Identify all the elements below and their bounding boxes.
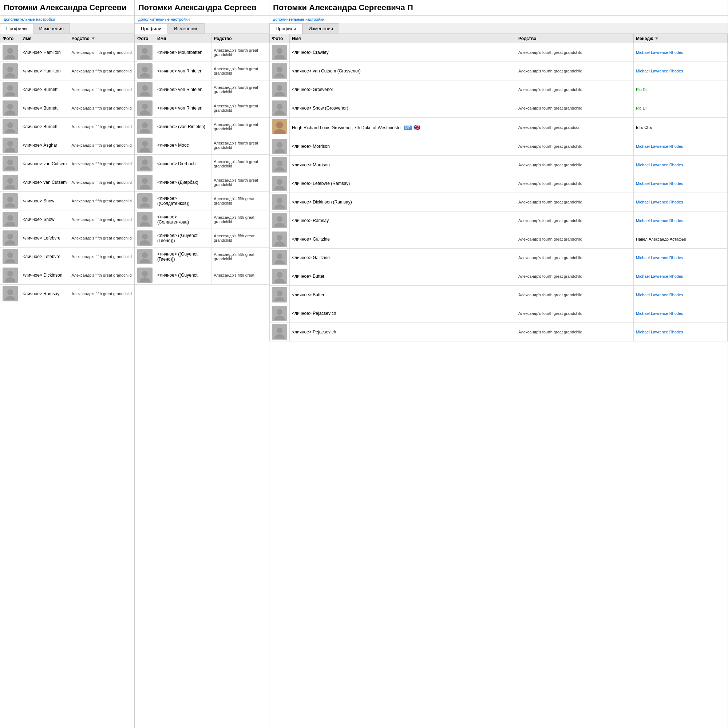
manager-cell[interactable]: Павел Александр Астафье [633,230,727,249]
name-cell[interactable]: <личное> von Rintelen [155,62,211,80]
manager-link[interactable]: Michael Lawrence Rhodes [636,181,683,186]
name-cell[interactable]: <личное> von Rintelen [155,99,211,118]
name-cell[interactable]: <личное> Galitzine [290,249,516,267]
table-row[interactable]: <личное> von Rintelen Александр's fourth… [135,99,269,118]
name-cell[interactable]: <личное> Snow [20,192,69,210]
manager-link[interactable]: Michael Lawrence Rhodes [636,144,683,148]
panel-3-col-relation[interactable]: Родство [516,34,634,43]
panel-1-col-name[interactable]: Имя [20,34,69,43]
table-row[interactable]: <личное> Crawley Александр's fourth grea… [270,43,728,62]
table-row[interactable]: <личное> van Cutsem Александр's fifth gr… [0,173,134,192]
name-cell[interactable]: <личное> ((Guyenot [155,266,211,284]
panel-2-col-name[interactable]: Имя [155,34,211,43]
table-row[interactable]: <личное> Pejacsevich Александр's fourth … [270,323,728,341]
name-cell[interactable]: <личное> Pejacsevich [290,304,516,323]
name-cell[interactable]: <личное> (Солдатенкова) [155,210,211,229]
table-row[interactable]: <личное> Burnett Александр's fifth great… [0,80,134,99]
name-cell[interactable]: <личное> ((Guyenot (Гиено))) [155,248,211,266]
manager-link[interactable]: Michael Lawrence Rhodes [636,274,683,278]
table-row[interactable]: <личное> (Солдатенкова) Александр's fift… [135,210,269,229]
manager-link[interactable]: Michael Lawrence Rhodes [636,163,683,167]
name-cell[interactable]: <личное> (Диербах) [155,173,211,192]
table-row[interactable]: <личное> Butter Александр's fourth great… [270,286,728,304]
table-row[interactable]: <личное> von Rintelen Александр's fourth… [135,80,269,99]
manager-cell[interactable]: Ric Di [633,80,727,99]
table-row[interactable]: <личное> ((Guyenot Александр's fifth gre… [135,266,269,284]
table-row[interactable]: <личное> Snow Александр's fifth great gr… [0,192,134,210]
panel-3-tab-changes[interactable]: Изменения [303,23,339,34]
manager-link[interactable]: Ellis Char [636,125,653,130]
table-row[interactable]: <личное> Pejacsevich Александр's fourth … [270,304,728,323]
manager-cell[interactable]: Michael Lawrence Rhodes [633,137,727,156]
name-cell[interactable]: <личное> Pejacsevich [290,323,516,341]
table-row[interactable]: <личное> van Cutsem Александр's fifth gr… [0,155,134,173]
table-row[interactable]: <личное> Asghar Александр's fifth great … [0,136,134,155]
panel-3-col-name[interactable]: Имя [290,34,516,43]
name-cell[interactable]: <личное> Ramsay [20,284,69,303]
manager-cell[interactable]: Michael Lawrence Rhodes [633,304,727,323]
panel-3-sub-settings[interactable]: дополнительные настройки [269,16,728,23]
name-cell[interactable]: <личное> Crawley [290,43,516,62]
table-row[interactable]: <личное> Burnett Александр's fifth great… [0,118,134,136]
manager-link[interactable]: Michael Lawrence Rhodes [636,293,683,297]
name-cell[interactable]: <личное> Dickinson [20,266,69,284]
table-row[interactable]: <личное> ((Guyenot (Гиено))) Александр's… [135,248,269,266]
table-row[interactable]: <личное> Grosvenor Александр's fourth gr… [270,80,728,99]
table-row[interactable]: <личное> Snow (Grosvenor) Александр's fo… [270,99,728,118]
table-row[interactable]: <личное> Dickinson (Ramsay) Александр's … [270,193,728,211]
name-cell[interactable]: <личное> Asghar [20,136,69,155]
name-cell[interactable]: <личное> Dickinson (Ramsay) [290,193,516,211]
name-cell[interactable]: <личное> van Cutsem [20,155,69,173]
manager-link[interactable]: Павел Александр Астафье [636,237,686,241]
name-cell[interactable]: <личное> Grosvenor [290,80,516,99]
manager-link[interactable]: Michael Lawrence Rhodes [636,69,683,73]
panel-2-tab-changes[interactable]: Изменения [168,23,205,34]
manager-link[interactable]: Michael Lawrence Rhodes [636,219,683,223]
name-cell[interactable]: <личное> Lefebvre (Ramsay) [290,174,516,193]
table-row[interactable]: <личное> Dickinson Александр's fifth gre… [0,266,134,284]
table-row[interactable]: <личное> ((Солдатенков)) Александр's fif… [135,192,269,210]
table-row[interactable]: <личное> Lefebvre (Ramsay) Александр's f… [270,174,728,193]
manager-cell[interactable]: Michael Lawrence Rhodes [633,267,727,286]
manager-link[interactable]: Michael Lawrence Rhodes [636,200,683,204]
name-cell[interactable]: <личное> Mountbatten [155,43,211,62]
manager-link[interactable]: Ric Di [636,106,647,110]
manager-cell[interactable]: Michael Lawrence Rhodes [633,62,727,80]
table-row[interactable]: <личное> Galitzine Александр's fourth gr… [270,249,728,267]
name-cell[interactable]: <личное> Dierbach [155,155,211,173]
manager-cell[interactable]: Michael Lawrence Rhodes [633,174,727,193]
table-row[interactable]: <личное> Snow Александр's fifth great gr… [0,210,134,229]
table-row[interactable]: <личное> Mountbatten Александр's fourth … [135,43,269,62]
manager-link[interactable]: Michael Lawrence Rhodes [636,255,683,260]
name-cell[interactable]: <личное> ((Guyenot (Гиено))) [155,229,211,248]
panel-3-col-manager[interactable]: Менедж [633,34,727,43]
table-row[interactable]: <личное> Butter Александр's fourth great… [270,267,728,286]
name-cell[interactable]: <личное> Morrison [290,137,516,156]
panel-1-sub-settings[interactable]: дополнительные настройки [0,16,134,23]
table-row[interactable]: <личное> Hamilton Александр's fifth grea… [0,62,134,80]
table-row[interactable]: <личное> (Диербах) Александр's fourth gr… [135,173,269,192]
manager-cell[interactable]: Ric Di [633,99,727,118]
name-cell[interactable]: <личное> van Cutsem [20,173,69,192]
table-row[interactable]: <личное> Mooc Александр's fourth great g… [135,136,269,155]
table-row[interactable]: <личное> (von Rintelen) Александр's four… [135,118,269,136]
name-cell[interactable]: <личное> Hamilton [20,43,69,62]
name-cell[interactable]: <личное> Galitzine [290,230,516,249]
panel-2-sub-settings[interactable]: дополнительные настройки [135,16,269,23]
name-cell[interactable]: <личное> Burnett [20,99,69,118]
table-row[interactable]: <личное> von Rintelen Александр's fourth… [135,62,269,80]
manager-cell[interactable]: Michael Lawrence Rhodes [633,193,727,211]
table-row[interactable]: <личное> Morrison Александр's fourth gre… [270,137,728,156]
name-cell[interactable]: <личное> Lefebvre [20,248,69,266]
panel-1-tab-profiles[interactable]: Профили [0,23,33,34]
table-row[interactable]: <личное> Dierbach Александр's fourth gre… [135,155,269,173]
manager-cell[interactable]: Michael Lawrence Rhodes [633,323,727,341]
manager-cell[interactable]: Michael Lawrence Rhodes [633,249,727,267]
panel-1-col-relation[interactable]: Родство [69,34,134,43]
table-row[interactable]: <личное> van Cutsem (Grosvenor) Александ… [270,62,728,80]
table-row[interactable]: <личное> Burnett Александр's fifth great… [0,99,134,118]
table-row[interactable]: <личное> ((Guyenot (Гиено))) Александр's… [135,229,269,248]
table-row[interactable]: <личное> Hamilton Александр's fifth grea… [0,43,134,62]
name-cell[interactable]: <личное> Butter [290,286,516,304]
panel-1-tab-changes[interactable]: Изменения [33,23,70,34]
